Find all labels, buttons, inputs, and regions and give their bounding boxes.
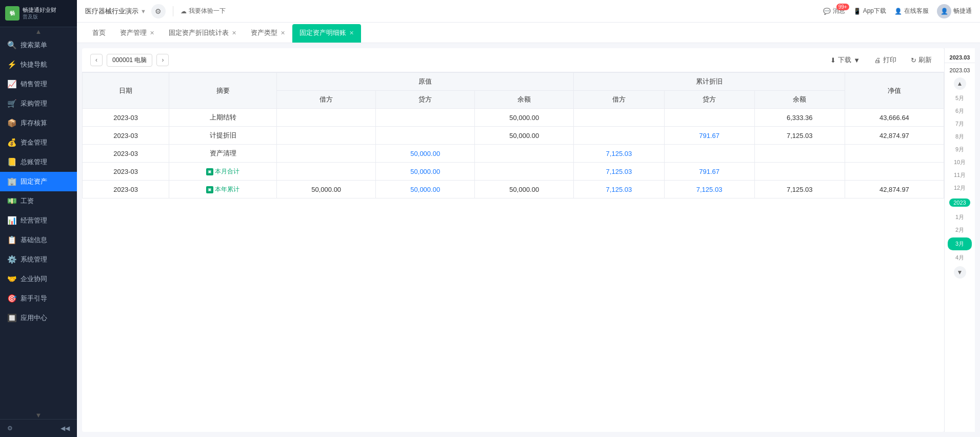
panel-month-1[interactable]: 1月	[945, 211, 975, 224]
refresh-button[interactable]: ↻ 刷新	[907, 53, 936, 67]
col-original: 原值	[277, 73, 574, 91]
tab-close-asset-mgmt[interactable]: ✕	[150, 30, 154, 36]
sidebar-item-purchase[interactable]: 🛒 采购管理	[0, 94, 77, 113]
sidebar-item-payroll[interactable]: 💵 工资	[0, 191, 77, 211]
cell-date: 2023-03	[83, 145, 169, 163]
sidebar-item-finance[interactable]: 💰 资金管理	[0, 133, 77, 152]
panel-month-3[interactable]: 3月	[948, 237, 972, 250]
panel-month-11[interactable]: 11月	[945, 169, 975, 182]
cell-summary: 资产清理	[169, 145, 277, 163]
col-date: 日期	[83, 73, 169, 109]
cell-orig-credit: 50,000.00	[376, 163, 475, 181]
cell-orig-credit: 50,000.00	[376, 145, 475, 163]
cell-orig-balance: 50,000.00	[475, 109, 574, 127]
company-selector[interactable]: 医疗器械行业演示 ▼	[85, 7, 146, 16]
experience-icon: ☁	[181, 8, 187, 15]
cell-orig-debit	[277, 109, 376, 127]
cell-acc-balance: 7,125.03	[754, 127, 845, 145]
sidebar-item-system[interactable]: ⚙️ 系统管理	[0, 250, 77, 269]
cell-orig-credit	[376, 109, 475, 127]
year-badge[interactable]: 2023	[949, 198, 970, 207]
cell-orig-balance	[475, 163, 574, 181]
sidebar-item-guide[interactable]: 🎯 新手引导	[0, 289, 77, 308]
payroll-icon: 💵	[7, 196, 16, 206]
tab-asset-mgmt[interactable]: 资产管理 ✕	[113, 24, 162, 43]
tab-asset-type[interactable]: 资产类型 ✕	[244, 24, 292, 43]
cell-acc-balance: 6,333.36	[754, 109, 845, 127]
download-button[interactable]: ⬇ 下载 ▼	[826, 53, 864, 67]
panel-month-5[interactable]: 5月	[945, 92, 975, 105]
tab-close-asset-type[interactable]: ✕	[281, 30, 285, 36]
sidebar-item-basic-info[interactable]: 📋 基础信息	[0, 230, 77, 250]
messages-button[interactable]: 💬 消息 99+	[823, 7, 845, 15]
panel-month-10[interactable]: 10月	[945, 156, 975, 169]
tab-home[interactable]: 首页	[85, 24, 113, 43]
sidebar-item-operations[interactable]: 📊 经营管理	[0, 211, 77, 230]
finance-icon: 💰	[7, 138, 16, 147]
experience-button[interactable]: ☁ 我要体验一下	[181, 7, 226, 15]
sidebar-logo: 畅 畅捷通好业财 普及版	[0, 0, 77, 27]
settings-button[interactable]: ⚙	[151, 4, 166, 18]
data-table: 日期 摘要 原值 累计折旧 净值 借方 贷方 余额 借方 贷方 余额	[82, 72, 944, 432]
sidebar-item-sales[interactable]: 📈 销售管理	[0, 74, 77, 94]
sidebar-item-search[interactable]: 🔍 搜索菜单	[0, 35, 77, 55]
panel-down-button[interactable]: ▼	[954, 266, 966, 279]
panel-month-7[interactable]: 7月	[945, 117, 975, 130]
cell-acc-debit: 7,125.03	[574, 145, 664, 163]
service-button[interactable]: 👤 在线客服	[894, 7, 929, 15]
search-icon: 🔍	[7, 41, 16, 50]
cell-orig-debit: 50,000.00	[277, 181, 376, 198]
cell-orig-debit	[277, 127, 376, 145]
panel-month-6[interactable]: 6月	[945, 105, 975, 117]
panel-controls-bottom: ▼	[954, 264, 966, 281]
fixed-assets-icon: 🏢	[7, 177, 16, 186]
sidebar-item-ledger[interactable]: 📒 总账管理	[0, 152, 77, 172]
print-button[interactable]: 🖨 打印	[870, 53, 901, 67]
cell-orig-balance: 50,000.00	[475, 181, 574, 198]
app-center-icon: 🔲	[7, 313, 16, 323]
panel-month-9[interactable]: 9月	[945, 143, 975, 156]
cell-summary: 计提折旧	[169, 127, 277, 145]
cell-date: 2023-03	[83, 127, 169, 145]
nav-prev-button[interactable]: ‹	[90, 54, 103, 66]
cell-net: 42,874.97	[845, 127, 944, 145]
col-net: 净值	[845, 73, 944, 109]
cell-orig-balance	[475, 145, 574, 163]
sidebar-nav: 🔍 搜索菜单 ⚡ 快捷导航 📈 销售管理 🛒 采购管理 📦 库存核算 💰 资金管…	[0, 35, 77, 411]
cell-acc-balance	[754, 145, 845, 163]
collapse-icon[interactable]: ◀◀	[61, 425, 70, 432]
panel-month-8[interactable]: 8月	[945, 130, 975, 143]
sidebar-scroll-up[interactable]: ▲	[0, 27, 77, 35]
chevron-down-icon: ▼	[141, 8, 146, 14]
sidebar-item-collab[interactable]: 🤝 企业协同	[0, 269, 77, 289]
print-icon: 🖨	[874, 56, 881, 64]
panel-month-12[interactable]: 12月	[945, 182, 975, 194]
sidebar-item-quick-nav[interactable]: ⚡ 快捷导航	[0, 55, 77, 74]
basic-info-icon: 📋	[7, 235, 16, 245]
sidebar-item-inventory[interactable]: 📦 库存核算	[0, 113, 77, 133]
user-menu[interactable]: 👤 畅捷通	[937, 4, 972, 18]
table-row: 2023-03 ▣本月合计 50,000.00 7,125.03 791.67	[83, 163, 944, 181]
settings-icon[interactable]: ⚙	[7, 425, 13, 432]
tab-asset-detail[interactable]: 固定资产明细账 ✕	[292, 24, 361, 43]
panel-month-2[interactable]: 2月	[945, 224, 975, 236]
sidebar-item-app-center[interactable]: 🔲 应用中心	[0, 308, 77, 328]
sales-icon: 📈	[7, 80, 16, 89]
panel-month-4[interactable]: 4月	[945, 251, 975, 264]
table-actions: ⬇ 下载 ▼ 🖨 打印 ↻ 刷新	[826, 53, 936, 67]
cell-acc-balance: 7,125.03	[754, 181, 845, 198]
tab-close-depreciation[interactable]: ✕	[232, 30, 236, 36]
panel-controls: ▲	[954, 75, 966, 92]
tabs-bar: 首页 资产管理 ✕ 固定资产折旧统计表 ✕ 资产类型 ✕ 固定资产明细账 ✕	[77, 23, 980, 43]
col-orig-balance: 余额	[475, 91, 574, 109]
tab-depreciation-stats[interactable]: 固定资产折旧统计表 ✕	[162, 24, 244, 43]
logo-icon: 畅	[5, 6, 19, 21]
sidebar-scroll-down[interactable]: ▼	[0, 411, 77, 419]
app-download-button[interactable]: 📱 App下载	[853, 7, 886, 15]
page-content: ‹ 000001 电脑 › ⬇ 下载 ▼ 🖨 打印 ↻	[77, 43, 980, 437]
company-name: 医疗器械行业演示	[85, 7, 138, 16]
tab-close-asset-detail[interactable]: ✕	[349, 30, 354, 36]
nav-next-button[interactable]: ›	[156, 54, 169, 66]
sidebar-item-fixed-assets[interactable]: 🏢 固定资产	[0, 172, 77, 191]
panel-up-button[interactable]: ▲	[954, 77, 966, 90]
